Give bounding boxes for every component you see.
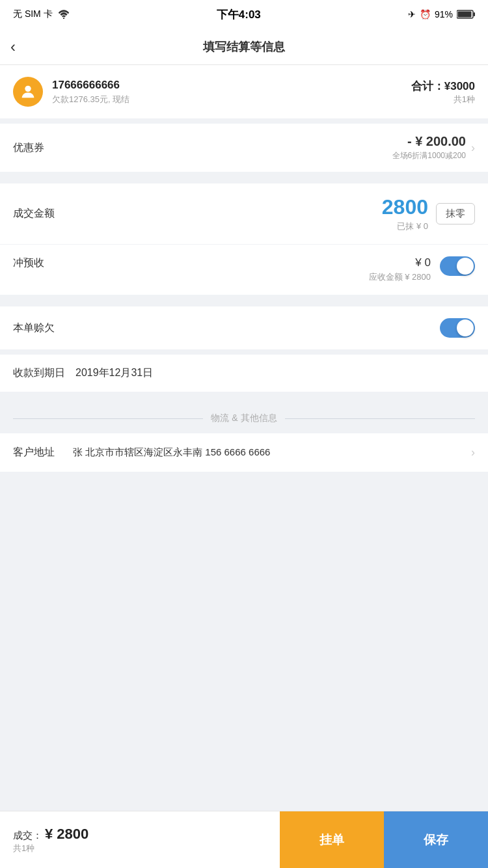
debt-row: 本单赊欠 [0,306,488,349]
toggle-knob [457,258,474,275]
divider-line-right [285,418,475,419]
battery-percent: 91% [435,9,453,20]
coupon-detail: - ¥ 200.00 全场6折满1000减200 [392,134,466,161]
logistics-divider: 物流 & 其他信息 [0,403,488,433]
coupon-label: 优惠券 [13,141,44,155]
transaction-row: 成交金额 2800 已抹 ¥ 0 抹零 [0,183,488,245]
battery-icon [457,10,475,19]
prepayment-row: 冲预收 ¥ 0 应收金额 ¥ 2800 [0,245,488,295]
due-date-row: 收款到期日 2019年12月31日 [0,355,488,392]
save-button[interactable]: 保存 [384,811,488,869]
divider-line-left [13,418,203,419]
customer-total: 合计：¥3000 共1种 [411,79,475,105]
amount-block: 2800 已抹 ¥ 0 [382,195,428,232]
coupon-row[interactable]: 优惠券 - ¥ 200.00 全场6折满1000减200 › [0,124,488,172]
section-separator-2 [0,300,488,306]
amount-sub: 已抹 ¥ 0 [382,221,428,232]
avatar [13,77,43,107]
debt-toggle-knob [457,319,474,336]
status-time: 下午4:03 [217,7,261,22]
prepayment-label: 冲预收 [13,256,65,270]
section-separator-3 [0,397,488,403]
customer-left: 17666666666 欠款1276.35元, 现结 [13,77,129,107]
due-date-label: 收款到期日 [13,366,65,380]
hang-button[interactable]: 挂单 [280,811,384,869]
sim-label: 无 SIM 卡 [13,8,53,20]
coupon-right: - ¥ 200.00 全场6折满1000减200 › [392,134,475,161]
wifi-icon [58,10,70,19]
empty-space [0,477,488,555]
deal-count: 共1种 [13,843,267,854]
customer-debt: 欠款1276.35元, 现结 [52,94,129,105]
section-separator-1 [0,177,488,183]
alarm-icon: ⏰ [420,9,431,20]
status-right: ✈ ⏰ 91% [408,9,475,20]
address-chevron-icon: › [471,446,475,459]
prepayment-toggle[interactable] [440,256,475,276]
svg-point-4 [25,86,31,92]
nav-bar: ‹ 填写结算等信息 [0,29,488,65]
main-content: 17666666666 欠款1276.35元, 现结 合计：¥3000 共1种 … [0,65,488,620]
logistics-label: 物流 & 其他信息 [211,413,277,424]
svg-point-0 [63,18,64,19]
deal-line: 成交： ¥ 2800 [13,826,267,843]
deal-label: 成交： [13,830,42,842]
total-value: 合计：¥3000 [411,79,475,94]
location-icon: ✈ [408,9,416,20]
page-title: 填写结算等信息 [203,39,285,55]
amount-value: 2800 [382,195,428,219]
status-bar: 无 SIM 卡 下午4:03 ✈ ⏰ 91% [0,0,488,29]
svg-rect-3 [457,12,471,18]
coupon-discount: - ¥ 200.00 [392,134,466,149]
round-button[interactable]: 抹零 [436,203,475,224]
prepayment-sub: 应收金额 ¥ 2800 [369,271,431,283]
customer-card: 17666666666 欠款1276.35元, 现结 合计：¥3000 共1种 [0,65,488,118]
address-value: 张 北京市市辖区海淀区永丰南 156 6666 6666 [73,445,463,460]
status-left: 无 SIM 卡 [13,8,70,20]
avatar-icon [19,83,37,101]
back-button[interactable]: ‹ [10,38,16,56]
svg-rect-2 [473,12,475,16]
deal-amount: ¥ 2800 [45,826,88,843]
total-count: 共1种 [411,94,475,105]
address-label: 客户地址 [13,446,65,459]
prepayment-amount-block: ¥ 0 应收金额 ¥ 2800 [369,256,431,283]
coupon-desc: 全场6折满1000减200 [392,150,466,161]
bottom-bar: 成交： ¥ 2800 共1种 挂单 保存 [0,811,488,868]
bottom-summary: 成交： ¥ 2800 共1种 [0,826,280,854]
transaction-section: 成交金额 2800 已抹 ¥ 0 抹零 冲预收 ¥ 0 应收金额 ¥ 2800 [0,183,488,295]
chevron-right-icon: › [471,141,475,155]
prepayment-right: ¥ 0 应收金额 ¥ 2800 [369,256,475,283]
address-row[interactable]: 客户地址 张 北京市市辖区海淀区永丰南 156 6666 6666 › [0,433,488,472]
transaction-right: 2800 已抹 ¥ 0 抹零 [382,195,475,232]
customer-phone: 17666666666 [52,79,129,92]
customer-info: 17666666666 欠款1276.35元, 现结 [52,79,129,105]
prepayment-amount: ¥ 0 [369,256,431,269]
debt-toggle[interactable] [440,318,475,338]
due-date-value: 2019年12月31日 [75,366,153,380]
debt-label: 本单赊欠 [13,321,55,335]
transaction-label: 成交金额 [13,207,65,221]
